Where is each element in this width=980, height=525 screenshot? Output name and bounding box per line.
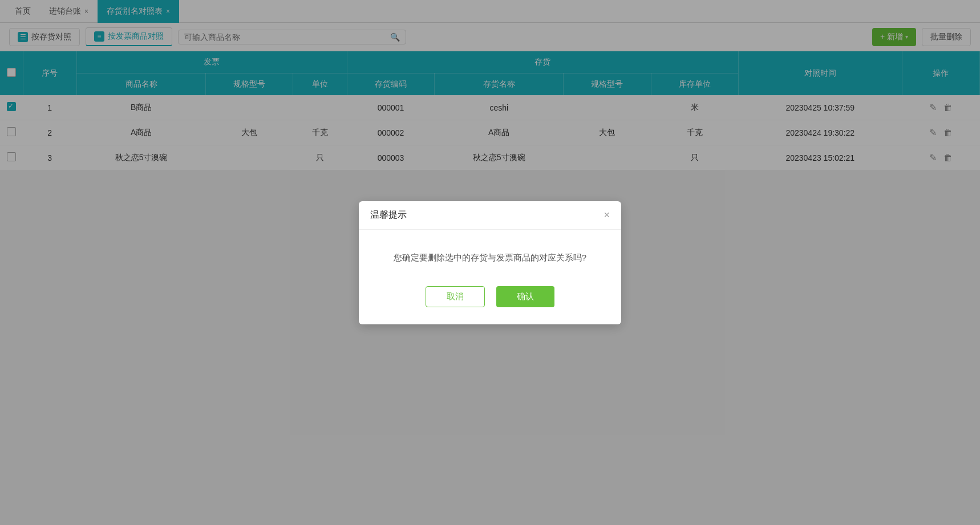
modal-overlay: 温馨提示 × 您确定要删除选中的存货与发票商品的对应关系吗? 取消 确认: [0, 0, 980, 170]
